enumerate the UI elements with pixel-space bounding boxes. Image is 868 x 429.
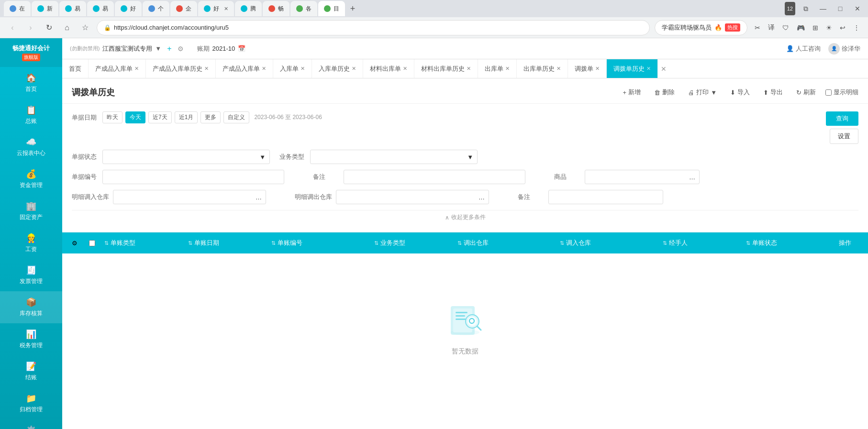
delete-button[interactable]: 🗑 删除 (650, 86, 679, 99)
nav-tab-material-out-history[interactable]: 材料出库单历史 ✕ (414, 59, 478, 78)
col-header-type[interactable]: ⇅ 单账类型 (100, 239, 184, 247)
browser-tab-2[interactable]: 新 (32, 1, 58, 16)
address-input[interactable]: 🔒 https://cloud.chanjet.com/accounting/u… (97, 20, 650, 35)
nav-tab-transfer-history[interactable]: 调拨单历史 ✕ (607, 59, 658, 78)
nav-tab-transfer-close[interactable]: ✕ (595, 66, 600, 72)
nav-tab-product-in2[interactable]: 产成品入库单 ✕ (216, 59, 273, 78)
sidebar-item-inventory[interactable]: 📦 库存核算 (0, 291, 62, 323)
refresh-button[interactable]: ↻ 刷新 (792, 86, 820, 99)
brightness-icon[interactable]: ☀ (823, 22, 835, 33)
nav-tab-home[interactable]: 首页 (62, 59, 89, 78)
col-header-date[interactable]: ⇅ 单账日期 (184, 239, 268, 247)
sidebar-item-assets[interactable]: 🏢 固定资产 (0, 195, 62, 227)
scissors-icon[interactable]: ✂ (752, 22, 763, 33)
detail-out-select[interactable]: … (336, 190, 489, 204)
browser-tab-12[interactable]: 目 (318, 1, 345, 16)
date-btn-7days[interactable]: 近7天 (148, 111, 172, 123)
company-selector[interactable]: (勿删勿禁用) 江西服宝测试专用 ▼ (70, 44, 161, 53)
sidebar-item-tax[interactable]: 📊 税务管理 (0, 323, 62, 355)
remark-input[interactable] (344, 170, 525, 184)
table-settings-icon[interactable]: ⚙ (66, 240, 83, 247)
nav-tab-product-in[interactable]: 产成品入库单 ✕ (89, 59, 146, 78)
sidebar-item-capital[interactable]: 💰 资金管理 (0, 163, 62, 195)
shield-icon[interactable]: 🛡 (780, 22, 791, 33)
detail-in-select[interactable]: … (113, 190, 266, 204)
display-toggle-checkbox[interactable] (825, 89, 832, 96)
nav-tab-outbound-history-close[interactable]: ✕ (556, 66, 561, 72)
nav-tab-transfer-history-close[interactable]: ✕ (646, 66, 651, 72)
reload-button[interactable]: ↻ (42, 21, 56, 34)
calendar-icon[interactable]: 📅 (238, 45, 245, 52)
col-header-out-warehouse[interactable]: ⇅ 调出仓库 (454, 239, 556, 247)
collapse-button[interactable]: ∧ 收起更多条件 (445, 213, 486, 221)
nav-tab-product-in-close[interactable]: ✕ (134, 66, 139, 72)
search-box[interactable]: 学霸应聘场驱鸟员 🔥 热搜 (655, 20, 747, 35)
display-toggle[interactable]: 显示明细 (825, 88, 858, 97)
nav-tab-outbound-close[interactable]: ✕ (505, 66, 510, 72)
user-info[interactable]: 👤 徐泽华 (828, 43, 860, 55)
browser-tab-5[interactable]: 好 (115, 1, 142, 16)
nav-tab-product-in-history-close[interactable]: ✕ (204, 66, 209, 72)
nav-tab-material-out-close[interactable]: ✕ (403, 66, 407, 72)
col-header-in-warehouse[interactable]: ⇅ 调入仓库 (556, 239, 658, 247)
nav-tab-outbound[interactable]: 出库单 ✕ (478, 59, 517, 78)
minimize-button[interactable]: — (816, 2, 830, 15)
sidebar-item-closing[interactable]: 📝 结账 (0, 355, 62, 387)
customer-service-button[interactable]: 👤 人工咨询 (786, 44, 821, 53)
sidebar-item-settings[interactable]: ⚙️ 基础设置 (0, 419, 62, 429)
nav-tab-inbound-history[interactable]: 入库单历史 ✕ (312, 59, 363, 78)
browser-tab-1[interactable]: 在 (4, 1, 31, 16)
col-header-status[interactable]: ⇅ 单账状态 (742, 239, 826, 247)
print-button[interactable]: 🖨 打印 ▼ (684, 86, 721, 99)
biz-type-select[interactable]: ▼ (310, 150, 478, 164)
close-window-button[interactable]: ✕ (851, 2, 864, 15)
import-button[interactable]: ⬇ 导入 (726, 86, 754, 99)
sidebar-item-ledger[interactable]: 📋 总账 (0, 99, 62, 131)
query-button[interactable]: 查询 (826, 111, 858, 126)
close-all-tabs-button[interactable]: ✕ (658, 65, 669, 73)
sidebar-item-home[interactable]: 🏠 首页 (0, 67, 62, 99)
select-all-checkbox[interactable] (89, 240, 95, 246)
browser-tab-3[interactable]: 易 (59, 1, 86, 16)
bookmark-button[interactable]: ☆ (78, 21, 92, 34)
new-button[interactable]: + 新增 (619, 86, 645, 99)
sidebar-item-invoice[interactable]: 🧾 发票管理 (0, 259, 62, 291)
nav-tab-inbound-close[interactable]: ✕ (300, 66, 305, 72)
nav-tab-material-out[interactable]: 材料出库单 ✕ (363, 59, 414, 78)
browser-tab-10[interactable]: 畅 (263, 1, 289, 16)
restore-button[interactable]: ⧉ (799, 2, 812, 15)
browser-tab-6[interactable]: 个 (143, 1, 169, 16)
set-button[interactable]: 设置 (830, 129, 858, 144)
forward-button[interactable]: › (24, 21, 37, 34)
new-tab-button[interactable]: + (346, 2, 359, 15)
game-icon[interactable]: 🎮 (794, 22, 807, 33)
col-header-handler[interactable]: ⇅ 经手人 (659, 239, 743, 247)
nav-tab-material-out-history-close[interactable]: ✕ (467, 66, 471, 72)
more-icon[interactable]: ⋮ (851, 22, 862, 33)
browser-tab-4[interactable]: 易 (87, 1, 114, 16)
browser-tab-11[interactable]: 各 (290, 1, 317, 16)
home-button[interactable]: ⌂ (60, 21, 74, 34)
nav-tab-product-in-history[interactable]: 产成品入库单历史 ✕ (146, 59, 216, 78)
date-btn-1month[interactable]: 近1月 (175, 111, 198, 123)
status-select[interactable]: ▼ (102, 150, 270, 164)
nav-tab-outbound-history[interactable]: 出库单历史 ✕ (517, 59, 568, 78)
nav-tab-inbound-history-close[interactable]: ✕ (352, 66, 356, 72)
sidebar-item-salary[interactable]: 👷 工资 (0, 227, 62, 259)
goods-select[interactable]: … (585, 170, 700, 184)
settings-gear-icon[interactable]: ⚙ (178, 45, 184, 53)
nav-tab-transfer[interactable]: 调拨单 ✕ (568, 59, 607, 78)
table-select-all[interactable] (83, 240, 100, 246)
nav-tab-product-in2-close[interactable]: ✕ (262, 66, 266, 72)
browser-tab-9[interactable]: 腾 (235, 1, 262, 16)
sidebar-logo[interactable]: 畅捷通好会计 旗舰版 (0, 38, 62, 67)
browser-tab-8[interactable]: 好 ✕ (198, 1, 234, 16)
sidebar-item-archive[interactable]: 📁 归档管理 (0, 387, 62, 419)
col-header-biz[interactable]: ⇅ 业务类型 (370, 239, 454, 247)
back-button[interactable]: ‹ (6, 21, 19, 34)
grid-icon[interactable]: ⊞ (810, 22, 821, 33)
number-input[interactable] (102, 170, 284, 184)
nav-tab-inbound[interactable]: 入库单 ✕ (273, 59, 312, 78)
note-select[interactable] (548, 190, 663, 204)
tab-close-8[interactable]: ✕ (224, 6, 228, 12)
